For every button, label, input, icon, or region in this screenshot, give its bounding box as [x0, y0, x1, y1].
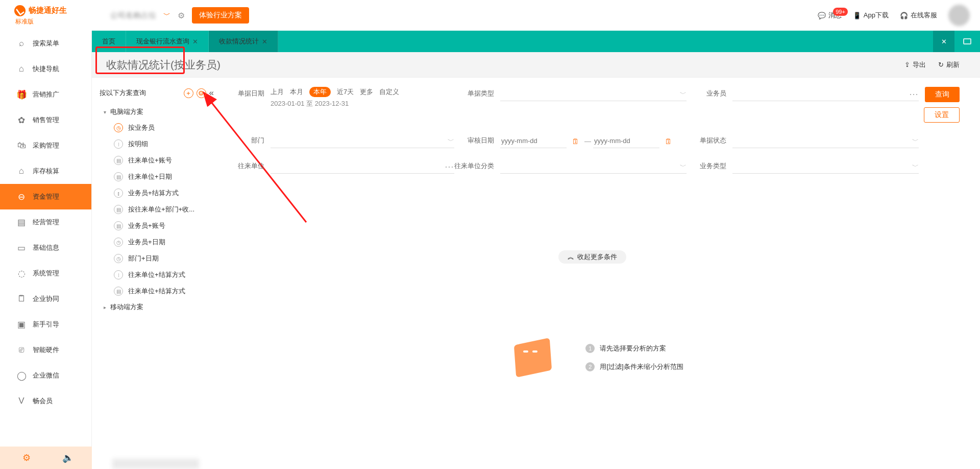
nav-label: 搜索菜单 [33, 39, 59, 48]
scheme-item[interactable]: ⫶按明细 [100, 136, 212, 152]
tab-receipt-close-icon[interactable]: ✕ [262, 38, 267, 45]
scheme-item-icon: ◷ [114, 123, 123, 132]
scheme-item[interactable]: ◷部门+日期 [100, 250, 212, 267]
scheme-item[interactable]: ▤往来单位+日期 [100, 169, 212, 185]
refresh-label: 刷新 [946, 60, 960, 69]
scheme-item-icon: ◷ [114, 254, 123, 263]
scheme-item[interactable]: ▤往来单位+结算方式 [100, 283, 212, 299]
select-biz-type[interactable]: ﹀ [732, 159, 919, 174]
scheme-item-label: 业务员+结算方式 [128, 189, 179, 198]
nav-label: 智能硬件 [33, 345, 59, 355]
nav-label: 企业微信 [33, 371, 59, 380]
tab-expand-icon[interactable] [954, 31, 980, 52]
cta-button[interactable]: 体验行业方案 [192, 7, 249, 24]
scheme-item-icon: ⫶ [114, 139, 123, 149]
date-chip[interactable]: 上月 [271, 87, 284, 97]
settings-gear-icon[interactable]: ⚙ [178, 11, 185, 20]
query-button[interactable]: 查询 [925, 87, 960, 102]
nav-item[interactable]: 🎁营销推广 [0, 82, 91, 107]
scheme-item[interactable]: ◷业务员+日期 [100, 234, 212, 250]
nav-item[interactable]: ◌系统管理 [0, 261, 91, 286]
calendar-icon[interactable]: 🗓 [569, 137, 582, 146]
collapse-up-icon: ︽ [568, 252, 574, 262]
top-center: 公司名称占位 ﹀ ⚙ 体验行业方案 [92, 7, 249, 24]
select-dept[interactable]: ﹀ [271, 134, 454, 148]
scheme-item[interactable]: ▤业务员+账号 [100, 218, 212, 234]
tab-close-all[interactable]: ✕ [933, 31, 954, 52]
scheme-item-label: 往来单位+日期 [128, 172, 172, 181]
collapse-label: 收起更多条件 [577, 252, 617, 262]
date-chip[interactable]: 本月 [290, 87, 303, 97]
collapse-toggle[interactable]: ︽ 收起更多条件 [558, 250, 626, 264]
scheme-item-icon: ▤ [114, 172, 123, 181]
nav-item[interactable]: ⌂快捷导航 [0, 56, 91, 82]
company-dropdown-icon[interactable]: ﹀ [163, 11, 170, 20]
left-nav: ⌕搜索菜单⌂快捷导航🎁营销推广✿销售管理🛍采购管理⌂库存核算⊖资金管理▤经营管理… [0, 31, 92, 469]
user-avatar[interactable] [948, 5, 970, 26]
nav-item[interactable]: ⌂库存核算 [0, 158, 91, 184]
nav-label: 畅会员 [33, 396, 53, 406]
select-partner[interactable]: ⋯ [271, 159, 454, 174]
messages-link[interactable]: 💬 消息 99+ [818, 11, 842, 20]
scheme-add-icon[interactable]: + [184, 88, 193, 98]
nav-item[interactable]: ✿销售管理 [0, 107, 91, 133]
scheme-group-mobile-label: 移动端方案 [110, 302, 143, 312]
tab-home-label: 首页 [102, 37, 115, 46]
nav-label: 系统管理 [33, 269, 59, 278]
refresh-button[interactable]: ↻ 刷新 [938, 60, 960, 69]
nav-item[interactable]: ▤经营管理 [0, 209, 91, 235]
audit-date-from[interactable] [500, 134, 567, 148]
calendar-icon[interactable]: 🗓 [662, 137, 675, 146]
select-salesman[interactable]: ⋯ [732, 87, 919, 101]
nav-item[interactable]: ⊖资金管理 [0, 184, 91, 209]
scheme-group-mobile[interactable]: ▸ 移动端方案 [100, 299, 212, 315]
tab-cashflow-close-icon[interactable]: ✕ [192, 38, 198, 45]
scheme-settings-icon[interactable]: ⚙ [197, 88, 206, 98]
select-partner-cat[interactable]: ﹀ [500, 159, 687, 174]
guide-section: 1 请先选择要分析的方案 2 用[过滤]条件来缩小分析范围 [225, 327, 960, 388]
audit-date-to[interactable] [593, 134, 659, 148]
robot-illustration [501, 327, 567, 388]
settings-button[interactable]: 设置 [924, 107, 960, 123]
select-bill-status[interactable]: ﹀ [732, 134, 919, 148]
tab-receipt-label: 收款情况统计 [219, 37, 259, 46]
tab-cashflow[interactable]: 现金银行流水查询 ✕ [126, 31, 209, 52]
customer-service-link[interactable]: 🎧 在线客服 [900, 11, 937, 20]
select-bill-type[interactable]: ﹀ [500, 87, 687, 101]
nav-icon: ⌂ [16, 166, 27, 176]
scheme-group-pc[interactable]: ▾ 电脑端方案 [100, 104, 212, 120]
nav-item[interactable]: ⎚智能硬件 [0, 337, 91, 363]
scheme-item[interactable]: ▤往来单位+账号 [100, 152, 212, 169]
date-chip[interactable]: 本年 [309, 87, 331, 97]
brand-logo-icon [14, 5, 26, 16]
nav-item[interactable]: ▭基础信息 [0, 235, 91, 261]
footer-gear-icon[interactable]: ⚙ [22, 452, 31, 463]
scheme-item[interactable]: ▤按往来单位+部门+收... [100, 201, 212, 218]
nav-item[interactable]: 🗒企业协同 [0, 286, 91, 312]
scheme-item[interactable]: ⫶往来单位+结算方式 [100, 267, 212, 283]
scheme-collapse-icon[interactable]: « [209, 88, 212, 98]
nav-icon: ◯ [16, 370, 27, 381]
date-chip[interactable]: 更多 [360, 87, 373, 97]
nav-item[interactable]: ▣新手引导 [0, 312, 91, 337]
tab-home[interactable]: 首页 [92, 31, 126, 52]
page-title: 收款情况统计(按业务员) [106, 58, 220, 72]
nav-item[interactable]: ⌕搜索菜单 [0, 31, 91, 56]
nav-item[interactable]: V畅会员 [0, 388, 91, 414]
export-button[interactable]: ⇪ 导出 [904, 60, 926, 69]
date-chip[interactable]: 自定义 [379, 87, 399, 97]
tab-receipt-stats[interactable]: 收款情况统计 ✕ [209, 31, 278, 52]
footer-sound-icon[interactable]: 🔈 [62, 452, 74, 463]
brand: 畅捷通好生 标准版 [0, 5, 92, 26]
nav-item[interactable]: 🛍采购管理 [0, 133, 91, 158]
company-name[interactable]: 公司名称占位 [110, 11, 156, 20]
scheme-item[interactable]: ⫿业务员+结算方式 [100, 185, 212, 201]
scheme-item-label: 往来单位+账号 [128, 156, 172, 165]
app-download-link[interactable]: 📱 App下载 [853, 11, 889, 20]
scheme-item[interactable]: ◷按业务员 [100, 120, 212, 136]
nav-item[interactable]: ◯企业微信 [0, 363, 91, 388]
nav-label: 营销推广 [33, 90, 59, 99]
date-chip[interactable]: 近7天 [337, 87, 354, 97]
scheme-item-icon: ▤ [114, 221, 123, 230]
nav-label: 基础信息 [33, 243, 59, 252]
